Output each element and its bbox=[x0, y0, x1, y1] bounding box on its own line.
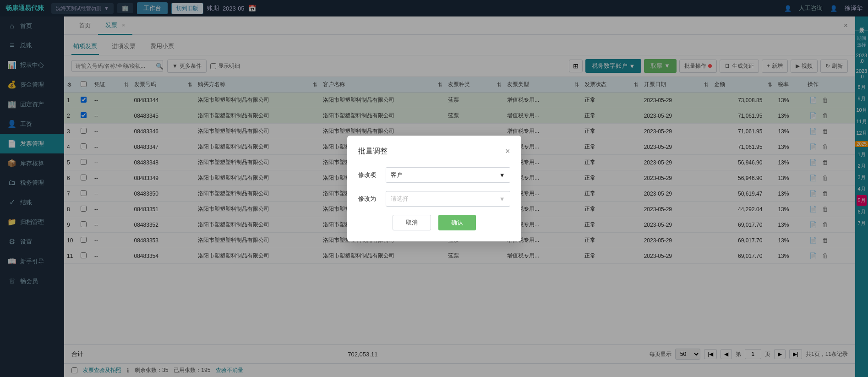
modal-overlay[interactable]: 批量调整 × 修改项 客户 ▼ 修改为 请选择 ▼ 取消 确认 bbox=[0, 0, 868, 377]
modal-confirm-btn[interactable]: 确认 bbox=[438, 215, 476, 230]
modal-change-label: 修改为 bbox=[358, 195, 386, 203]
modal-change-select[interactable]: 请选择 ▼ bbox=[386, 191, 510, 207]
modal-field-select[interactable]: 客户 ▼ bbox=[386, 167, 510, 183]
modal-change-field: 修改为 请选择 ▼ bbox=[358, 191, 510, 207]
modal-header: 批量调整 × bbox=[358, 147, 510, 156]
modal-cancel-btn[interactable]: 取消 bbox=[393, 215, 431, 230]
modal-actions: 取消 确认 bbox=[358, 215, 510, 230]
modal-close-btn[interactable]: × bbox=[505, 147, 510, 156]
modal-field-value: 客户 bbox=[391, 171, 403, 179]
modal-field-label: 修改项 bbox=[358, 171, 386, 179]
modal-field-item: 修改项 客户 ▼ bbox=[358, 167, 510, 183]
modal-change-placeholder: 请选择 bbox=[391, 195, 409, 203]
modal-title: 批量调整 bbox=[358, 147, 388, 156]
modal-field-chevron-icon: ▼ bbox=[499, 172, 505, 179]
batch-adjust-modal: 批量调整 × 修改项 客户 ▼ 修改为 请选择 ▼ 取消 确认 bbox=[347, 136, 521, 241]
modal-change-chevron-icon: ▼ bbox=[499, 196, 505, 202]
